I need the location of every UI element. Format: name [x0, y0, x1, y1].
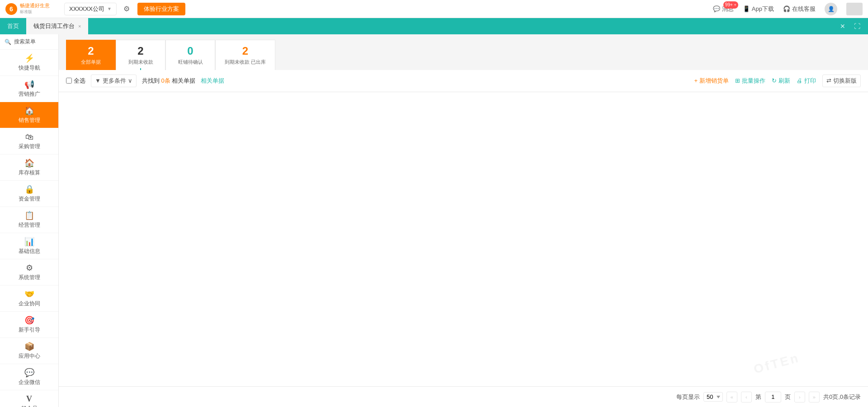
sidebar-item-cooperation[interactable]: 🤝 企业协同: [0, 285, 58, 312]
sidebar: 🔍 搜索菜单 ⚡ 快捷导航 📢 营销推广 🏠 销售管理 🛍 采购管理 🏠 库存核…: [0, 34, 59, 407]
appstore-icon: 📦: [24, 342, 34, 351]
sidebar-item-operations[interactable]: 📋 经营管理: [0, 207, 58, 233]
logo-icon: 6: [5, 3, 17, 15]
sidebar-item-marketing[interactable]: 📢 营销推广: [0, 76, 58, 102]
online-service-label: 在线客服: [792, 5, 816, 13]
logo-title: 畅捷通好生意: [20, 3, 50, 9]
batch-icon: ⊞: [735, 77, 740, 84]
sidebar-item-guide[interactable]: 🎯 新手引导: [0, 312, 58, 338]
tab-minimize-button[interactable]: ✕: [837, 21, 848, 32]
tab-workbench[interactable]: 钱货日清工作台 ×: [26, 18, 88, 34]
related-link[interactable]: 相关单据: [201, 77, 224, 85]
per-page-select[interactable]: 50: [703, 392, 723, 402]
table-area: [59, 92, 868, 386]
stat-tab-overdue-out[interactable]: 2 到期未收款 已出库: [215, 40, 275, 70]
sidebar-item-purchase[interactable]: 🛍 采购管理: [0, 128, 58, 154]
sidebar-item-sales[interactable]: 🏠 销售管理: [0, 102, 58, 128]
page-input[interactable]: [765, 392, 781, 402]
add-icon: +: [694, 77, 698, 84]
stat-number-overdue: 2: [137, 45, 143, 58]
first-page-button[interactable]: «: [726, 392, 737, 402]
sidebar-item-label: 采购管理: [19, 143, 40, 150]
stat-tab-pending[interactable]: 0 旺铺待确认: [165, 40, 215, 70]
prev-page-button[interactable]: ‹: [741, 392, 752, 402]
print-button[interactable]: 🖨 打印: [797, 77, 816, 85]
settings-button[interactable]: ⚙: [120, 3, 133, 15]
company-dropdown-arrow: ▼: [107, 6, 112, 11]
filter-arrow-icon: ∨: [128, 77, 132, 84]
total-records: 共0页,0条记录: [823, 393, 861, 401]
content-inner: 2 全部单据 2 到期未收款 0 旺铺待确认 2 到期未收款 已出库: [59, 34, 868, 407]
message-button[interactable]: 💬 消息 99+ +: [713, 5, 734, 13]
online-service-button[interactable]: 🎧 在线客服: [783, 5, 816, 13]
sidebar-item-member[interactable]: V 畅会员: [0, 390, 58, 407]
sidebar-item-label: 销售管理: [19, 117, 40, 124]
select-all-label: 全选: [74, 77, 85, 85]
download-icon: 📱: [743, 5, 750, 12]
batch-label: 批量操作: [742, 77, 765, 85]
user-name-area: [846, 3, 863, 15]
company-selector[interactable]: XXXXXX公司 ▼: [64, 3, 117, 15]
finance-icon: 🔒: [24, 185, 34, 193]
avatar[interactable]: 👤: [825, 3, 837, 15]
trial-button[interactable]: 体验行业方案: [137, 3, 185, 15]
refresh-icon: ↻: [772, 77, 777, 84]
stat-label-all: 全部单据: [81, 59, 101, 65]
stat-tab-overdue-unpaid[interactable]: 2 到期未收款: [116, 40, 165, 70]
stat-tab-all[interactable]: 2 全部单据: [66, 40, 116, 70]
sidebar-item-label: 资金管理: [19, 195, 40, 203]
sidebar-item-quick-nav[interactable]: ⚡ 快捷导航: [0, 50, 58, 76]
sidebar-item-label: 快捷导航: [19, 64, 40, 72]
service-icon: 🎧: [783, 5, 790, 12]
basic-icon: 📊: [24, 238, 34, 246]
last-page-button[interactable]: »: [809, 392, 820, 402]
select-all-checkbox[interactable]: 全选: [66, 77, 85, 85]
tab-close-icon[interactable]: ×: [78, 23, 81, 29]
sidebar-item-appstore[interactable]: 📦 应用中心: [0, 338, 58, 364]
wechat-icon: 💬: [24, 369, 34, 377]
sidebar-item-finance[interactable]: 🔒 资金管理: [0, 181, 58, 207]
found-prefix: 共找到: [142, 77, 160, 84]
app-download-label: App下载: [752, 5, 774, 13]
message-badge: 99+ +: [723, 1, 738, 9]
app-download-button[interactable]: 📱 App下载: [743, 5, 774, 13]
operations-icon: 📋: [24, 211, 34, 220]
refresh-button[interactable]: ↻ 刷新: [772, 77, 790, 85]
guide-icon: 🎯: [24, 316, 34, 324]
sidebar-item-label: 企业微信: [19, 379, 40, 386]
found-text: 共找到 0条 相关单据: [142, 77, 195, 85]
select-all-input[interactable]: [66, 78, 72, 84]
per-page-label: 每页显示: [676, 393, 700, 401]
sidebar-item-basic[interactable]: 📊 基础信息: [0, 233, 58, 259]
switch-icon: ⇄: [826, 77, 831, 84]
add-sale-button[interactable]: + 新增销货单: [694, 77, 729, 85]
tab-home[interactable]: 首页: [0, 18, 26, 34]
pagination: 每页显示 50 « ‹ 第 页 › » 共0页,0条记录: [59, 386, 868, 407]
stat-number-pending: 0: [187, 45, 193, 58]
filter-icon: ▼: [95, 77, 101, 84]
stat-label-pending: 旺铺待确认: [178, 59, 203, 65]
stat-label-overdue: 到期未收款: [128, 59, 153, 65]
tab-bar-actions: ✕ ⛶: [837, 18, 868, 34]
sidebar-search[interactable]: 🔍 搜索菜单: [0, 34, 58, 50]
tab-maximize-button[interactable]: ⛶: [852, 21, 863, 32]
company-name: XXXXXX公司: [69, 5, 104, 13]
batch-button[interactable]: ⊞ 批量操作: [735, 77, 765, 85]
logo-area: 6 畅捷通好生意 标准版: [5, 3, 64, 14]
quick-nav-icon: ⚡: [24, 54, 34, 62]
switch-button[interactable]: ⇄ 切换新版: [822, 75, 861, 87]
print-label: 打印: [804, 77, 816, 85]
content-area: 2 全部单据 2 到期未收款 0 旺铺待确认 2 到期未收款 已出库: [59, 34, 868, 407]
print-icon: 🖨: [797, 77, 802, 84]
sidebar-item-system[interactable]: ⚙ 系统管理: [0, 259, 58, 285]
next-page-button[interactable]: ›: [794, 392, 805, 402]
header-right: 💬 消息 99+ + 📱 App下载 🎧 在线客服 👤: [713, 3, 863, 15]
purchase-icon: 🛍: [25, 133, 33, 141]
toolbar: 全选 ▼ 更多条件 ∨ 共找到 0条 相关单据 相关单据 + 新增销货单: [59, 70, 868, 92]
search-menu-label: 搜索菜单: [14, 38, 36, 46]
sidebar-item-inventory[interactable]: 🏠 库存核算: [0, 154, 58, 181]
filter-button[interactable]: ▼ 更多条件 ∨: [91, 75, 137, 87]
tab-workbench-label: 钱货日清工作台: [33, 22, 75, 30]
sidebar-item-wechat[interactable]: 💬 企业微信: [0, 364, 58, 390]
sales-icon: 🏠: [24, 107, 34, 115]
